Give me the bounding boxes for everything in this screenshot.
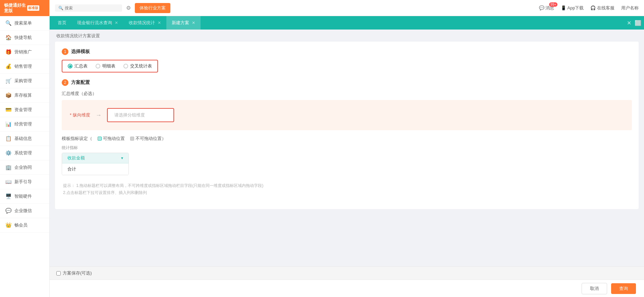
step1-title: 选择模板 — [71, 49, 90, 55]
tab-bank-flow-close[interactable]: ✕ — [115, 20, 118, 25]
system-icon: ⚙️ — [5, 150, 12, 156]
query-button[interactable]: 查询 — [611, 283, 636, 294]
draggable-indicator: 可拖动位置 — [98, 136, 125, 142]
tab-bank-flow[interactable]: 现金银行流水查询 ✕ — [72, 16, 123, 30]
tips-section: 提示： 1.拖动标题栏可以调整布局，不可跨维度或指标区域拖动栏目字段(只能在同一… — [62, 183, 632, 196]
radio-summary[interactable]: 汇总表 — [68, 63, 88, 69]
tabbar: 首页 现金银行流水查询 ✕ 收款情况统计 ✕ 新建方案 ✕ ✕ ⬜ — [50, 16, 644, 30]
tab-receipt-stats[interactable]: 收款情况统计 ✕ — [123, 16, 166, 30]
radio-detail[interactable]: 明细表 — [96, 63, 115, 69]
step1-section: 1 选择模板 汇总表 明细表 — [62, 48, 632, 72]
sidebar-label-search-menu: 搜索菜单 — [14, 20, 32, 26]
radio-detail-circle — [96, 64, 100, 68]
radio-cross-circle — [123, 64, 128, 68]
sidebar-item-sales[interactable]: 💰 销售管理 — [0, 59, 49, 74]
edition-badge: 标准版 — [27, 5, 39, 11]
draggable-label: 可拖动位置 — [103, 136, 125, 142]
step1-header: 1 选择模板 — [62, 48, 632, 55]
tabbar-close-icon[interactable]: ✕ — [627, 20, 631, 26]
sidebar-item-purchase[interactable]: 🛒 采购管理 — [0, 74, 49, 88]
sidebar-item-finance[interactable]: 💳 资金管理 — [0, 103, 49, 117]
notify-btn[interactable]: 💬 消息 99+ — [539, 5, 554, 11]
marketing-icon: 🎁 — [5, 49, 12, 55]
dimension-subsection: 汇总维度（必选） 纵向维度 → 请选择分组维度 — [62, 91, 632, 130]
sidebar-item-smart-hw[interactable]: 🖥️ 智能硬件 — [0, 189, 49, 204]
search-box[interactable]: 🔍 — [55, 4, 122, 12]
search-input[interactable] — [65, 6, 115, 10]
radio-detail-label: 明细表 — [102, 63, 115, 69]
member-icon: 👑 — [5, 222, 12, 228]
sidebar-label-finance: 资金管理 — [14, 107, 32, 113]
settings-icon[interactable]: ⚙ — [126, 5, 131, 11]
radio-cross[interactable]: 交叉统计表 — [123, 63, 152, 69]
dimension-title: 汇总维度（必选） — [62, 91, 632, 97]
metrics-table-header[interactable]: 收款金额 ▾ — [62, 153, 128, 163]
search-menu-icon: 🔍 — [5, 20, 12, 26]
dimension-placeholder[interactable]: 请选择分组维度 — [107, 108, 174, 122]
non-draggable-dot — [130, 137, 134, 141]
metrics-label-row: 模板指标设定（ 可拖动位置 不可拖动位置） — [62, 136, 632, 142]
chevron-down-icon[interactable]: ▾ — [121, 156, 123, 160]
sidebar-item-inventory[interactable]: 📦 库存核算 — [0, 88, 49, 103]
main-area: 🔍 ⚙ 体验行业方案 💬 消息 99+ 📱 App下载 🎧 在线客服 用户名称 … — [50, 0, 644, 297]
topbar-right: 💬 消息 99+ 📱 App下载 🎧 在线客服 用户名称 — [539, 5, 639, 11]
tip-1: 提示： 1.拖动标题栏可以调整布局，不可跨维度或指标区域拖动栏目字段(只能在同一… — [63, 183, 631, 189]
search-icon: 🔍 — [58, 6, 63, 10]
step2-section: 2 方案配置 汇总维度（必选） 纵向维度 → 请选择分组维度 — [62, 79, 632, 196]
sidebar-label-enterprise: 企业协同 — [14, 164, 32, 170]
tab-receipt-stats-close[interactable]: ✕ — [158, 20, 161, 25]
tab-new-plan[interactable]: 新建方案 ✕ — [166, 16, 201, 30]
step1-badge: 1 — [62, 48, 68, 55]
arrow-icon: → — [96, 112, 102, 119]
sidebar-label-purchase: 采购管理 — [14, 78, 32, 84]
footer: 方案保存(可选) — [50, 266, 644, 280]
trial-btn[interactable]: 体验行业方案 — [135, 3, 170, 13]
finance-icon: 💳 — [5, 107, 12, 113]
sidebar-label-guide: 新手引导 — [14, 179, 32, 185]
tab-home[interactable]: 首页 — [52, 16, 72, 30]
sidebar-label-smart-hw: 智能硬件 — [14, 193, 32, 199]
sidebar-item-enterprise[interactable]: 🏢 企业协同 — [0, 160, 49, 175]
support-btn[interactable]: 🎧 在线客服 — [590, 5, 614, 11]
step2-header: 2 方案配置 — [62, 79, 632, 86]
sidebar-logo: 畅捷通好生 意版 标准版 — [0, 0, 49, 16]
sidebar-label-quick-nav: 快捷导航 — [14, 35, 32, 41]
sidebar-item-system[interactable]: ⚙️ 系统管理 — [0, 146, 49, 160]
step2-title: 方案配置 — [71, 80, 90, 86]
download-btn[interactable]: 📱 App下载 — [561, 5, 584, 11]
basic-info-icon: 📋 — [5, 136, 12, 142]
sidebar-item-member[interactable]: 👑 畅会员 — [0, 218, 49, 233]
sidebar-item-marketing[interactable]: 🎁 营销推广 — [0, 45, 49, 59]
notify-badge: 99+ — [549, 2, 557, 7]
tab-receipt-stats-label: 收款情况统计 — [129, 20, 155, 26]
sidebar-item-basic-info[interactable]: 📋 基础信息 — [0, 132, 49, 146]
draggable-dot — [98, 137, 102, 141]
logo-subtext: 意版 — [4, 8, 26, 13]
sidebar-item-wechat[interactable]: 💬 企业微信 — [0, 204, 49, 218]
action-bar: 取消 查询 — [50, 280, 644, 297]
sidebar-item-quick-nav[interactable]: 🏠 快捷导航 — [0, 31, 49, 45]
quick-nav-icon: 🏠 — [5, 35, 12, 41]
non-draggable-label: 不可拖动位置） — [136, 136, 166, 142]
metrics-subsection: 模板指标设定（ 可拖动位置 不可拖动位置） — [62, 136, 632, 176]
cancel-button[interactable]: 取消 — [582, 283, 607, 294]
tabbar-expand-icon[interactable]: ⬜ — [635, 20, 641, 26]
inventory-icon: 📦 — [5, 92, 12, 98]
sidebar: 畅捷通好生 意版 标准版 🔍 搜索菜单 🏠 快捷导航 🎁 营销推广 💰 销售管理… — [0, 0, 50, 297]
template-selector: 汇总表 明细表 交叉统计表 — [62, 60, 158, 72]
vertical-dimension-label: 纵向维度 — [70, 112, 90, 118]
sidebar-item-operations[interactable]: 📊 经营管理 — [0, 117, 49, 132]
save-plan-label: 方案保存(可选) — [63, 270, 92, 276]
sidebar-label-inventory: 库存核算 — [14, 92, 32, 98]
sidebar-item-search-menu[interactable]: 🔍 搜索菜单 — [0, 16, 49, 31]
non-draggable-indicator: 不可拖动位置） — [130, 136, 166, 142]
sidebar-item-guide[interactable]: 📖 新手引导 — [0, 175, 49, 189]
sales-icon: 💰 — [5, 63, 12, 69]
save-plan-checkbox[interactable] — [56, 271, 61, 276]
content-area: 收款情况统计方案设置 1 选择模板 汇总表 — [50, 30, 644, 266]
footer-checkbox-row: 方案保存(可选) — [56, 270, 637, 276]
tab-bank-flow-label: 现金银行流水查询 — [77, 20, 112, 26]
tab-new-plan-close[interactable]: ✕ — [192, 20, 195, 25]
sidebar-label-basic-info: 基础信息 — [14, 136, 32, 142]
operations-icon: 📊 — [5, 121, 12, 127]
